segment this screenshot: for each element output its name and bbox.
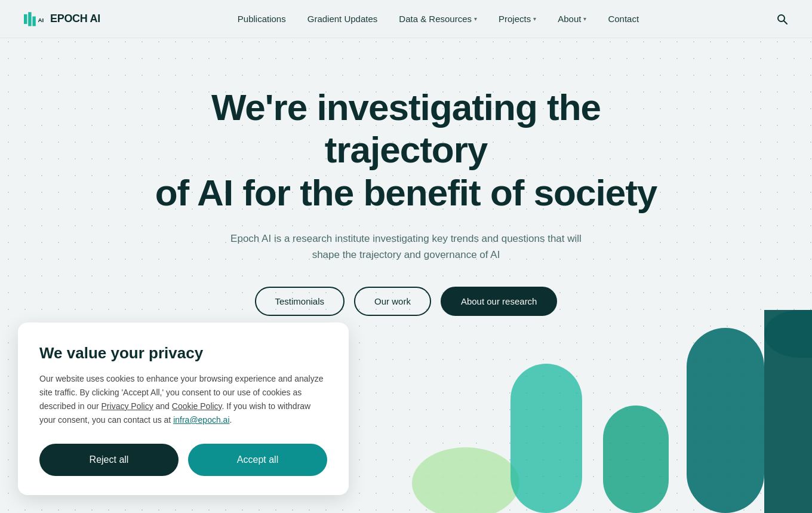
svg-rect-7 xyxy=(510,364,582,513)
chevron-down-icon: ▾ xyxy=(583,16,586,22)
svg-rect-2 xyxy=(32,16,35,26)
contact-link[interactable]: Contact xyxy=(608,14,639,24)
logo[interactable]: AI EPOCH AI xyxy=(24,12,100,26)
svg-rect-1 xyxy=(28,12,31,26)
data-link[interactable]: Data & Resources ▾ xyxy=(399,14,477,24)
nav-item-contact[interactable]: Contact xyxy=(608,14,639,24)
gradient-link[interactable]: Gradient Updates xyxy=(307,14,378,24)
chart-illustration xyxy=(394,310,812,513)
privacy-policy-link[interactable]: Privacy Policy xyxy=(102,401,153,411)
logo-wordmark: EPOCH AI xyxy=(50,13,100,25)
nav-item-projects[interactable]: Projects ▾ xyxy=(499,14,536,24)
reject-all-button[interactable]: Reject all xyxy=(39,444,179,476)
accept-all-button[interactable]: Accept all xyxy=(188,444,327,476)
nav-right xyxy=(776,13,788,25)
projects-link[interactable]: Projects ▾ xyxy=(499,14,536,24)
about-link[interactable]: About ▾ xyxy=(558,14,586,24)
nav-item-gradient[interactable]: Gradient Updates xyxy=(307,14,378,24)
hero-buttons: Testimonials Our work About our research xyxy=(0,287,812,316)
svg-line-5 xyxy=(784,21,787,24)
chevron-down-icon: ▾ xyxy=(533,16,536,22)
chevron-down-icon: ▾ xyxy=(474,16,477,22)
svg-text:AI: AI xyxy=(38,17,44,23)
nav-item-about[interactable]: About ▾ xyxy=(558,14,586,24)
cookie-title: We value your privacy xyxy=(39,344,327,363)
page-wrapper: AI EPOCH AI Publications Gradient Update… xyxy=(0,0,812,513)
svg-rect-0 xyxy=(24,14,27,23)
search-button[interactable] xyxy=(776,13,788,25)
cookie-banner: We value your privacy Our website uses c… xyxy=(18,322,349,495)
nav-item-data[interactable]: Data & Resources ▾ xyxy=(399,14,477,24)
hero-section: We're investigating the trajectory of AI… xyxy=(0,38,812,316)
hero-subtext: Epoch AI is a research institute investi… xyxy=(221,231,591,263)
publications-link[interactable]: Publications xyxy=(238,14,286,24)
nav-links: Publications Gradient Updates Data & Res… xyxy=(238,14,639,24)
hero-heading: We're investigating the trajectory of AI… xyxy=(137,86,675,214)
svg-rect-9 xyxy=(687,328,764,513)
nav-item-publications[interactable]: Publications xyxy=(238,14,286,24)
cookie-policy-link[interactable]: Cookie Policy xyxy=(172,401,222,411)
svg-point-6 xyxy=(412,447,519,513)
navbar: AI EPOCH AI Publications Gradient Update… xyxy=(0,0,812,38)
cookie-body: Our website uses cookies to enhance your… xyxy=(39,372,327,427)
testimonials-button[interactable]: Testimonials xyxy=(255,287,345,316)
cookie-actions: Reject all Accept all xyxy=(39,444,327,476)
svg-rect-8 xyxy=(603,406,669,513)
email-link[interactable]: infra@epoch.ai xyxy=(173,415,229,425)
our-work-button[interactable]: Our work xyxy=(354,287,431,316)
about-research-button[interactable]: About our research xyxy=(441,287,558,316)
